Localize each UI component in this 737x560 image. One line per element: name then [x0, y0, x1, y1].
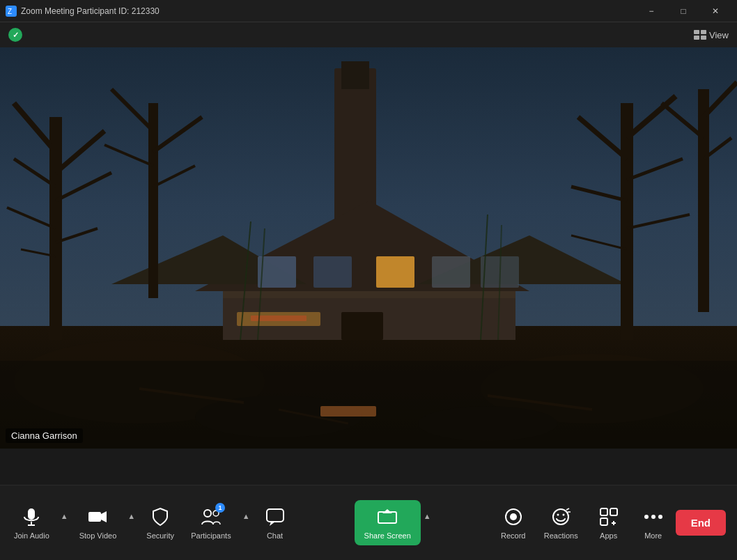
- participants-count-badge: 1: [215, 503, 225, 513]
- microphone-icon: [20, 506, 42, 528]
- svg-point-65: [204, 510, 211, 517]
- toolbar-left: Join Audio ▲ Stop Video ▲ S: [6, 500, 297, 545]
- svg-rect-80: [600, 518, 607, 525]
- participants-icon: 1: [200, 506, 222, 528]
- shield-check-icon: ✓: [8, 28, 22, 42]
- more-button[interactable]: More: [631, 500, 676, 545]
- svg-rect-79: [610, 508, 617, 515]
- record-icon: [502, 506, 525, 528]
- share-screen-button[interactable]: Share Screen: [355, 500, 421, 545]
- share-screen-chevron[interactable]: ▲: [421, 506, 434, 540]
- svg-rect-5: [701, 36, 706, 40]
- share-screen-label: Share Screen: [364, 531, 411, 540]
- svg-rect-59: [320, 406, 376, 417]
- toolbar-right: Record Reactions: [491, 500, 731, 545]
- share-screen-icon: [376, 506, 398, 528]
- stop-video-button[interactable]: Stop Video: [71, 500, 125, 545]
- svg-line-76: [566, 508, 569, 510]
- record-button[interactable]: Record: [491, 500, 536, 545]
- scene-background: [0, 47, 737, 449]
- maximize-button[interactable]: □: [667, 0, 699, 22]
- security-label: Security: [146, 531, 174, 540]
- zoom-icon: Z: [6, 6, 17, 17]
- svg-point-83: [644, 515, 649, 519]
- more-label: More: [644, 531, 662, 540]
- svg-rect-20: [341, 312, 383, 340]
- chevron-up-icon: ▲: [61, 512, 68, 520]
- titlebar-left: Z Zoom Meeting Participant ID: 212330: [6, 6, 160, 17]
- svg-rect-67: [267, 509, 284, 522]
- minimize-button[interactable]: −: [635, 0, 667, 22]
- video-area: Cianna Garrison: [0, 47, 737, 449]
- svg-point-85: [658, 515, 662, 519]
- svg-rect-9: [341, 61, 369, 89]
- chat-label: Chat: [267, 531, 283, 540]
- participant-name-tag: Cianna Garrison: [6, 428, 83, 443]
- chevron-up-icon-4: ▲: [424, 512, 431, 520]
- svg-rect-63: [88, 512, 101, 522]
- join-audio-label: Join Audio: [14, 531, 49, 540]
- reactions-button[interactable]: Reactions: [536, 500, 587, 545]
- participants-label: Participants: [191, 531, 231, 540]
- svg-rect-25: [0, 361, 737, 449]
- svg-point-73: [553, 509, 568, 524]
- svg-point-72: [510, 513, 517, 520]
- toolbar-center: Share Screen ▲: [355, 500, 434, 545]
- reactions-label: Reactions: [544, 531, 578, 540]
- chat-bubble-icon: [264, 506, 286, 528]
- close-button[interactable]: ✕: [699, 0, 731, 22]
- svg-rect-60: [28, 508, 35, 520]
- svg-rect-17: [376, 256, 414, 288]
- svg-point-84: [651, 515, 655, 519]
- chevron-up-icon-2: ▲: [127, 512, 135, 520]
- svg-point-75: [563, 514, 565, 516]
- participants-button[interactable]: 1 Participants: [183, 500, 239, 545]
- apps-label: Apps: [600, 531, 617, 540]
- stop-video-chevron[interactable]: ▲: [125, 506, 138, 540]
- topbar: ✓ View: [0, 22, 737, 47]
- stop-video-label: Stop Video: [79, 531, 117, 540]
- security-button[interactable]: Security: [138, 500, 183, 545]
- apps-grid-icon: [598, 506, 620, 528]
- more-dots-icon: [642, 506, 665, 528]
- svg-text:Z: Z: [8, 8, 12, 15]
- svg-rect-2: [694, 30, 699, 34]
- participants-chevron[interactable]: ▲: [240, 506, 253, 540]
- apps-button[interactable]: Apps: [587, 500, 631, 545]
- chevron-up-icon-3: ▲: [242, 512, 250, 520]
- svg-point-74: [557, 514, 559, 516]
- svg-rect-16: [313, 256, 352, 288]
- video-camera-icon: [86, 506, 109, 528]
- svg-rect-15: [258, 256, 296, 288]
- svg-point-55: [418, 406, 557, 441]
- security-status: ✓: [8, 28, 22, 42]
- titlebar: Z Zoom Meeting Participant ID: 212330 − …: [0, 0, 737, 22]
- window-controls: − □ ✕: [635, 0, 731, 22]
- view-icon: [694, 30, 706, 40]
- record-label: Record: [501, 531, 525, 540]
- svg-rect-78: [600, 508, 607, 515]
- spacer: [0, 449, 737, 485]
- svg-rect-69: [378, 512, 396, 523]
- svg-rect-4: [694, 36, 699, 40]
- join-audio-button[interactable]: Join Audio: [6, 500, 58, 545]
- titlebar-title: Zoom Meeting Participant ID: 212330: [21, 6, 160, 16]
- end-button[interactable]: End: [676, 510, 726, 536]
- svg-rect-3: [701, 30, 706, 34]
- svg-marker-64: [101, 511, 107, 522]
- chat-button[interactable]: Chat: [253, 500, 297, 545]
- toolbar: Join Audio ▲ Stop Video ▲ S: [0, 485, 737, 560]
- join-audio-chevron[interactable]: ▲: [58, 506, 71, 540]
- reactions-emoji-icon: [550, 506, 572, 528]
- shield-checkmark: ✓: [13, 31, 19, 40]
- security-shield-icon: [149, 506, 171, 528]
- view-button[interactable]: View: [694, 30, 729, 40]
- view-label: View: [709, 30, 729, 40]
- svg-rect-18: [432, 256, 470, 288]
